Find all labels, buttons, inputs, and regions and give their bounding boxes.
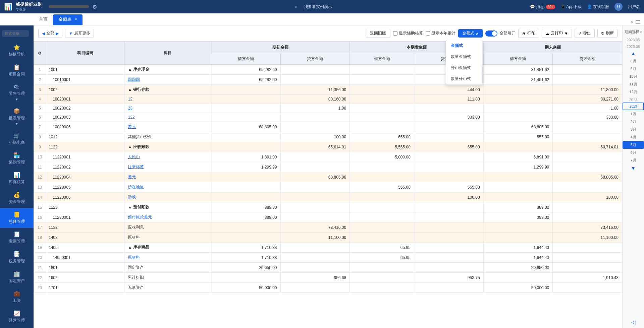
app-download-btn[interactable]: 📱 App下载 <box>560 4 582 10</box>
demo-link[interactable]: 我要看实例演示 <box>304 4 332 10</box>
demo-link-wrap[interactable]: ○ 我要看实例演示 <box>295 4 332 10</box>
print-btn[interactable]: 🖨 打印 <box>518 29 539 38</box>
row-subject[interactable]: 差元 <box>124 172 211 182</box>
sidebar-search-input[interactable] <box>2 30 29 37</box>
row-close-credit: 1,910.43 <box>553 273 622 283</box>
month-1[interactable]: 1月 <box>623 110 644 118</box>
sidebar-item-retail[interactable]: 🛍 零售管理 ▼ <box>0 80 34 105</box>
row-subject[interactable]: 12 <box>124 95 211 104</box>
back-btn[interactable]: 退回旧版 <box>366 29 390 38</box>
row-no: 14 <box>34 192 46 202</box>
sidebar-item-invoice[interactable]: 🧾 发票管理 <box>0 228 34 248</box>
user-avatar[interactable]: U <box>614 3 623 11</box>
month-12[interactable]: 12月 <box>623 88 644 96</box>
refresh-btn[interactable]: ↻ 刷新 <box>597 29 618 38</box>
sidebar-item-purchase[interactable]: 🏪 采购管理 <box>0 149 34 169</box>
sidebar-item-ledger[interactable]: 📒 总账管理 <box>0 208 34 228</box>
row-subject[interactable]: 人民币 <box>124 152 211 162</box>
row-code: 1405 <box>46 243 124 253</box>
month-2[interactable]: 2月 <box>623 118 644 126</box>
show-ytd-wrap[interactable]: 显示本年累计 <box>426 30 455 36</box>
sidebar-item-operation[interactable]: 📈 经营管理 <box>0 307 34 327</box>
dropdown-item-amount[interactable]: 金额式 <box>446 40 482 51</box>
row-subject[interactable]: 往来标签 <box>124 162 211 172</box>
month-7[interactable]: 7月 <box>623 156 644 164</box>
month-5[interactable]: 5月 <box>623 141 644 149</box>
expand-all-toggle[interactable] <box>485 30 497 37</box>
window-close-btn[interactable]: 🗖 <box>635 19 641 25</box>
month-11[interactable]: 11月 <box>623 80 644 88</box>
dropdown-item-qty-foreign[interactable]: 数量外币式 <box>446 73 482 84</box>
row-open-debit <box>211 85 280 95</box>
sidebar-item-nav[interactable]: ⭐ 快捷导航 <box>0 41 34 61</box>
row-subject[interactable]: 差元 <box>124 122 211 132</box>
sidebar-item-tax[interactable]: 📑 税务管理 <box>0 248 34 267</box>
sidebar-item-inventory[interactable]: 📊 库存核算 <box>0 169 34 188</box>
collapse-side-btn[interactable]: ◁ <box>631 319 635 325</box>
sidebar-item-label-tax: 税务管理 <box>9 258 25 264</box>
tab-close-icon[interactable]: × <box>75 17 77 22</box>
row-close-debit <box>483 95 553 104</box>
month-4[interactable]: 4月 <box>623 133 644 141</box>
row-open-debit: 389.00 <box>211 212 280 222</box>
message-btn[interactable]: 💬 消息 99+ <box>530 4 555 10</box>
row-cur-credit <box>414 202 483 212</box>
row-subject[interactable]: 所在地区 <box>124 182 211 192</box>
row-close-credit <box>553 243 622 253</box>
code-col-header: 科目编码 <box>46 42 124 65</box>
month-8[interactable]: 8月 <box>623 57 644 65</box>
row-subject[interactable]: 122 <box>124 113 211 122</box>
sidebar-item-project[interactable]: 📋 项目合同 <box>0 61 34 80</box>
row-subject[interactable]: 原材料 <box>124 253 211 263</box>
sidebar-item-wholesale[interactable]: 📦 批发管理 ▼ <box>0 105 34 129</box>
row-close-credit: 1.00 <box>553 104 622 113</box>
sidebar-item-report[interactable]: 📉 小畅报销 <box>0 327 34 328</box>
month-3[interactable]: 3月 <box>623 126 644 133</box>
filter-btn[interactable]: ◀ 全部 ▶ <box>38 29 62 38</box>
row-code: 1012 <box>46 132 124 142</box>
expand-btn[interactable]: ▼ 展开更多 <box>65 29 94 38</box>
prev-year-btn[interactable]: ▲ <box>630 49 637 57</box>
row-subject: ▲ 预付账款 <box>124 202 211 212</box>
online-service-btn[interactable]: 👤 在线客服 <box>587 4 609 10</box>
table-row: 23 1701 无形资产 50,000.00 50,000.00 <box>34 283 622 293</box>
toolbar: ◀ 全部 ▶ ▼ 展开更多 退回旧版 显示辅助核算 显示本年累计 金额式 <box>34 25 622 42</box>
window-restore-btn[interactable]: × <box>630 19 633 25</box>
dropdown-item-qty-amount[interactable]: 数量金额式 <box>446 51 482 62</box>
sidebar-item-fixed[interactable]: 🏢 固定资产 <box>0 267 34 287</box>
row-close-debit <box>483 182 553 192</box>
table-settings-icon[interactable]: ⚙ <box>38 51 42 56</box>
month-9[interactable]: 9月 <box>623 65 644 73</box>
amount-mode-btn[interactable]: 金额式 ∧ <box>458 29 483 38</box>
row-subject[interactable]: 游戏 <box>124 192 211 202</box>
settings-col-header[interactable]: ⚙ <box>34 42 46 65</box>
dropdown-item-foreign-amount[interactable]: 外币金额式 <box>446 62 482 73</box>
cloud-print-arrow: ▼ <box>564 31 568 36</box>
row-subject[interactable]: 预付账款差元 <box>124 212 211 222</box>
sidebar-item-capital[interactable]: 💰 资金管理 <box>0 188 34 208</box>
cloud-print-btn[interactable]: ☁ 云打印 ▼ <box>542 29 572 38</box>
row-open-credit <box>280 253 350 263</box>
sidebar-item-ecommerce[interactable]: 🛒 小畅电商 <box>0 129 34 149</box>
month-10[interactable]: 10月 <box>623 73 644 80</box>
tab-home[interactable]: 首页 <box>34 14 53 25</box>
settings-btn[interactable]: ⚙ <box>92 4 97 10</box>
next-year-btn[interactable]: ▼ <box>630 164 637 172</box>
show-auxiliary-wrap[interactable]: 显示辅助核算 <box>393 30 423 36</box>
sidebar-item-payroll[interactable]: 💼 工资 <box>0 287 34 307</box>
show-auxiliary-checkbox[interactable] <box>393 31 397 36</box>
row-cur-credit: 444.00 <box>414 85 483 95</box>
export-btn[interactable]: ↗ 导出 <box>575 29 595 38</box>
show-ytd-checkbox[interactable] <box>426 31 430 36</box>
opening-col-header: 期初余额 <box>211 42 350 53</box>
sidebar-search-wrap[interactable] <box>0 28 34 41</box>
row-cur-credit <box>414 132 483 142</box>
row-open-debit <box>211 182 280 192</box>
right-panel-close-icon[interactable]: × <box>640 30 642 35</box>
row-open-debit <box>211 273 280 283</box>
month-6[interactable]: 6月 <box>623 149 644 156</box>
row-subject[interactable]: 回回回 <box>124 75 211 85</box>
row-subject[interactable]: 23 <box>124 104 211 113</box>
tab-balance[interactable]: 余额表 × <box>53 14 83 25</box>
row-cur-credit <box>414 172 483 182</box>
